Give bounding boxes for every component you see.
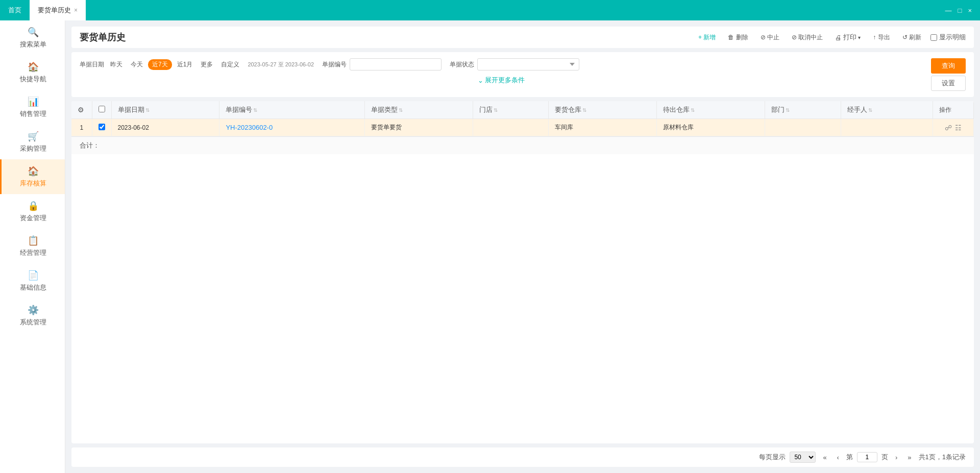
date-btn-today[interactable]: 今天 bbox=[128, 59, 146, 70]
expand-more-btn[interactable]: ⌄ 展开更多条件 bbox=[478, 76, 525, 85]
maximize-icon[interactable]: □ bbox=[958, 7, 962, 14]
date-btn-1month[interactable]: 近1月 bbox=[174, 59, 196, 70]
search-area: 单据日期 昨天 今天 近7天 近1月 更多 自定义 2023-05-27 至 2… bbox=[71, 52, 974, 97]
display-detail-checkbox[interactable] bbox=[930, 34, 937, 41]
sidebar-item-quick-nav[interactable]: 🏠 快捷导航 bbox=[0, 55, 65, 90]
data-table: ⚙ 单据日期⇅ 单据编号⇅ 单据类型⇅ bbox=[71, 101, 974, 136]
sort-handler-icon: ⇅ bbox=[868, 107, 872, 113]
sidebar-item-basic-info[interactable]: 📄 基础信息 bbox=[0, 264, 65, 298]
sidebar-label-system: 系统管理 bbox=[20, 318, 46, 327]
select-all-checkbox[interactable] bbox=[99, 106, 105, 112]
expand-icon: ⌄ bbox=[478, 77, 483, 84]
search-menu-icon: 🔍 bbox=[28, 27, 39, 38]
first-page-btn[interactable]: « bbox=[820, 453, 829, 462]
date-btn-7days[interactable]: 近7天 bbox=[148, 59, 172, 70]
sidebar-label-purchase: 采购管理 bbox=[20, 144, 46, 153]
th-handler[interactable]: 经手人⇅ bbox=[841, 101, 933, 119]
display-detail-label: 显示明细 bbox=[939, 33, 966, 42]
finance-icon: 🔒 bbox=[28, 200, 39, 211]
row-doc-date: 2023-06-02 bbox=[111, 119, 219, 136]
inventory-icon: 🏠 bbox=[28, 165, 39, 177]
row-index: 1 bbox=[71, 119, 92, 136]
date-btn-custom[interactable]: 自定义 bbox=[218, 59, 242, 70]
row-doc-type: 要货单要货 bbox=[364, 119, 473, 136]
sidebar-item-inventory[interactable]: 🏠 库存核算 bbox=[0, 159, 65, 194]
sort-doc-number-icon: ⇅ bbox=[253, 107, 257, 113]
prev-page-btn[interactable]: ‹ bbox=[834, 453, 842, 462]
th-settings[interactable]: ⚙ bbox=[71, 101, 92, 119]
last-page-btn[interactable]: » bbox=[904, 453, 914, 462]
display-detail-toggle: 显示明细 bbox=[930, 33, 966, 42]
tab-active[interactable]: 要货单历史 × bbox=[30, 0, 86, 20]
print-button[interactable]: 🖨 打印 ▾ bbox=[832, 31, 864, 44]
new-button[interactable]: + 新增 bbox=[695, 31, 719, 44]
sort-req-warehouse-icon: ⇅ bbox=[582, 107, 586, 113]
sidebar-item-purchase[interactable]: 🛒 采购管理 bbox=[0, 125, 65, 159]
sidebar-item-sales[interactable]: 📊 销售管理 bbox=[0, 90, 65, 125]
export-button[interactable]: ↑ 导出 bbox=[870, 31, 893, 44]
th-store[interactable]: 门店⇅ bbox=[473, 101, 549, 119]
sidebar-label-finance: 资金管理 bbox=[20, 214, 46, 223]
print-dropdown-icon[interactable]: ▾ bbox=[858, 35, 861, 40]
tab-home[interactable]: 首页 bbox=[0, 0, 30, 20]
per-page-select[interactable]: 50 100 bbox=[790, 452, 816, 463]
date-btn-more[interactable]: 更多 bbox=[198, 59, 216, 70]
query-button[interactable]: 查询 bbox=[931, 58, 966, 74]
tab-close-icon[interactable]: × bbox=[74, 7, 78, 14]
sidebar-label-inventory: 库存核算 bbox=[20, 179, 46, 188]
search-actions: 查询 设置 bbox=[931, 58, 966, 91]
th-action: 操作 bbox=[933, 101, 974, 119]
sort-store-icon: ⇅ bbox=[494, 107, 498, 113]
content-area: 要货单历史 + 新增 🗑 删除 ⊘ 中止 ⊘ 取消中止 🖨 打印 ▾ ↑ 导出 … bbox=[65, 20, 980, 473]
status-select[interactable] bbox=[477, 58, 579, 70]
row-edit-icon[interactable]: ☍ bbox=[945, 124, 952, 132]
date-btn-yesterday[interactable]: 昨天 bbox=[107, 59, 126, 70]
status-field: 单据状态 bbox=[450, 58, 579, 70]
delete-button[interactable]: 🗑 删除 bbox=[725, 31, 751, 44]
quick-nav-icon: 🏠 bbox=[28, 61, 39, 73]
search-row-1: 单据日期 昨天 今天 近7天 近1月 更多 自定义 2023-05-27 至 2… bbox=[80, 58, 923, 70]
system-icon: ⚙️ bbox=[28, 304, 39, 316]
th-doc-type[interactable]: 单据类型⇅ bbox=[364, 101, 473, 119]
row-pending-warehouse: 原材料仓库 bbox=[657, 119, 765, 136]
refresh-button[interactable]: ↺ 刷新 bbox=[899, 31, 924, 44]
th-doc-date[interactable]: 单据日期⇅ bbox=[111, 101, 219, 119]
total-label: 合计： bbox=[80, 141, 100, 150]
row-req-warehouse: 车间库 bbox=[549, 119, 657, 136]
row-more-icon[interactable]: ☷ bbox=[955, 124, 962, 132]
cancel-stop-button[interactable]: ⊘ 取消中止 bbox=[789, 31, 826, 44]
th-department[interactable]: 部门⇅ bbox=[765, 101, 841, 119]
print-icon: 🖨 bbox=[835, 34, 842, 41]
row-department bbox=[765, 119, 841, 136]
setting-button[interactable]: 设置 bbox=[931, 76, 966, 91]
page-unit: 页 bbox=[881, 453, 888, 462]
date-range-display: 2023-05-27 至 2023-06-02 bbox=[248, 61, 314, 68]
sidebar-item-search-menu[interactable]: 🔍 搜索菜单 bbox=[0, 20, 65, 55]
doc-number-link[interactable]: YH-20230602-0 bbox=[226, 124, 273, 131]
th-doc-number[interactable]: 单据编号⇅ bbox=[219, 101, 364, 119]
date-filter-field: 单据日期 昨天 今天 近7天 近1月 更多 自定义 2023-05-27 至 2… bbox=[80, 59, 314, 70]
purchase-icon: 🛒 bbox=[28, 131, 39, 142]
page-label: 第 bbox=[846, 453, 853, 462]
close-icon[interactable]: × bbox=[968, 7, 972, 14]
table-wrapper: ⚙ 单据日期⇅ 单据编号⇅ 单据类型⇅ bbox=[71, 101, 974, 443]
sidebar-item-operations[interactable]: 📋 经营管理 bbox=[0, 229, 65, 264]
date-filters: 昨天 今天 近7天 近1月 更多 自定义 bbox=[107, 59, 242, 70]
sort-pending-warehouse-icon: ⇅ bbox=[691, 107, 695, 113]
page-input[interactable] bbox=[857, 452, 877, 462]
th-pending-warehouse[interactable]: 待出仓库⇅ bbox=[657, 101, 765, 119]
doc-number-input[interactable] bbox=[350, 58, 442, 70]
settings-gear-icon[interactable]: ⚙ bbox=[78, 106, 84, 114]
sort-doc-type-icon: ⇅ bbox=[399, 107, 403, 113]
sidebar: 🔍 搜索菜单 🏠 快捷导航 📊 销售管理 🛒 采购管理 🏠 库存核算 🔒 资金管… bbox=[0, 20, 65, 473]
row-checkbox[interactable] bbox=[99, 124, 105, 130]
stop-button[interactable]: ⊘ 中止 bbox=[757, 31, 782, 44]
sidebar-label-search-menu: 搜索菜单 bbox=[20, 40, 46, 49]
minimize-icon[interactable]: — bbox=[945, 7, 952, 14]
next-page-btn[interactable]: › bbox=[892, 453, 900, 462]
sidebar-item-finance[interactable]: 🔒 资金管理 bbox=[0, 194, 65, 229]
th-req-warehouse[interactable]: 要货仓库⇅ bbox=[549, 101, 657, 119]
sales-icon: 📊 bbox=[28, 96, 39, 107]
sidebar-item-system[interactable]: ⚙️ 系统管理 bbox=[0, 298, 65, 333]
status-label: 单据状态 bbox=[450, 60, 474, 69]
